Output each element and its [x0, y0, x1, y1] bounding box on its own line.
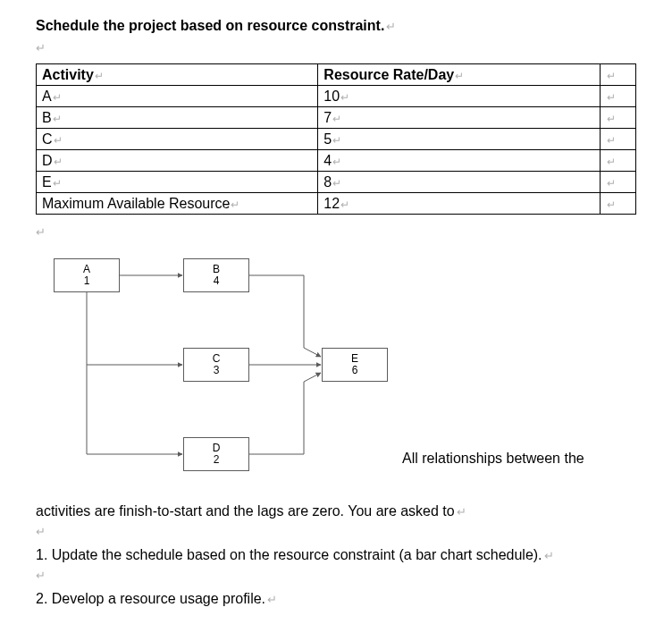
- node-c: C 3: [183, 348, 249, 382]
- node-d-value: 2: [184, 454, 248, 466]
- svg-line-2: [304, 348, 321, 357]
- return-mark: ↵: [386, 20, 396, 33]
- resource-table: Activity↵ Resource Rate/Day↵ ↵ A↵ 10↵ ↵ …: [36, 63, 636, 215]
- header-rate: Resource Rate/Day↵: [318, 64, 600, 86]
- cell-activity: C↵: [37, 129, 318, 150]
- network-diagram: A 1 B 4 C 3 D 2 E 6: [36, 249, 634, 500]
- cell-max-value: 12↵: [318, 193, 600, 215]
- node-d: D 2: [183, 437, 249, 471]
- question-1: 1. Update the schedule based on the reso…: [36, 547, 636, 563]
- node-a-label: A: [55, 264, 119, 275]
- row-end-mark: ↵: [600, 150, 635, 172]
- cell-activity: E↵: [37, 172, 318, 193]
- row-end-mark: ↵: [600, 129, 635, 150]
- blank-line: ↵: [36, 39, 636, 60]
- cell-rate: 7↵: [318, 107, 600, 129]
- table-row: C↵ 5↵ ↵: [37, 129, 636, 150]
- table-row-max: Maximum Available Resource↵ 12↵ ↵: [37, 193, 636, 215]
- row-end-mark: ↵: [600, 193, 635, 215]
- cell-activity: D↵: [37, 150, 318, 172]
- cell-rate: 5↵: [318, 129, 600, 150]
- table-row: A↵ 10↵ ↵: [37, 86, 636, 107]
- cell-max-label: Maximum Available Resource↵: [37, 193, 318, 215]
- table-row: B↵ 7↵ ↵: [37, 107, 636, 129]
- cell-rate: 4↵: [318, 150, 600, 172]
- cell-rate: 8↵: [318, 172, 600, 193]
- row-end-mark: ↵: [600, 64, 635, 86]
- header-activity: Activity↵: [37, 64, 318, 86]
- node-b: B 4: [183, 258, 249, 292]
- svg-line-3: [304, 373, 321, 382]
- continuation-text: activities are finish-to-start and the l…: [36, 503, 636, 519]
- blank-line: ↵: [36, 224, 636, 244]
- blank-line: ↵: [36, 567, 636, 587]
- cell-rate: 10↵: [318, 86, 600, 107]
- intro-content: Schedule the project based on resource c…: [36, 18, 384, 33]
- question-2: 2. Develop a resource usage profile.↵: [36, 591, 636, 607]
- row-end-mark: ↵: [600, 172, 635, 193]
- node-e-label: E: [323, 353, 387, 365]
- node-e-value: 6: [323, 365, 387, 376]
- table-row: E↵ 8↵ ↵: [37, 172, 636, 193]
- cell-activity: A↵: [37, 86, 318, 107]
- node-b-label: B: [184, 264, 248, 275]
- table-header-row: Activity↵ Resource Rate/Day↵ ↵: [37, 64, 636, 86]
- node-e: E 6: [322, 348, 388, 382]
- cell-activity: B↵: [37, 107, 318, 129]
- node-b-value: 4: [184, 275, 248, 287]
- node-d-label: D: [184, 443, 248, 454]
- row-end-mark: ↵: [600, 107, 635, 129]
- note-tail: All relationships between the: [402, 451, 584, 467]
- blank-line: ↵: [36, 523, 636, 544]
- node-c-label: C: [184, 353, 248, 365]
- row-end-mark: ↵: [600, 86, 635, 107]
- intro-text: Schedule the project based on resource c…: [36, 18, 636, 34]
- node-c-value: 3: [184, 365, 248, 376]
- table-row: D↵ 4↵ ↵: [37, 150, 636, 172]
- node-a: A 1: [54, 258, 120, 292]
- node-a-value: 1: [55, 275, 119, 287]
